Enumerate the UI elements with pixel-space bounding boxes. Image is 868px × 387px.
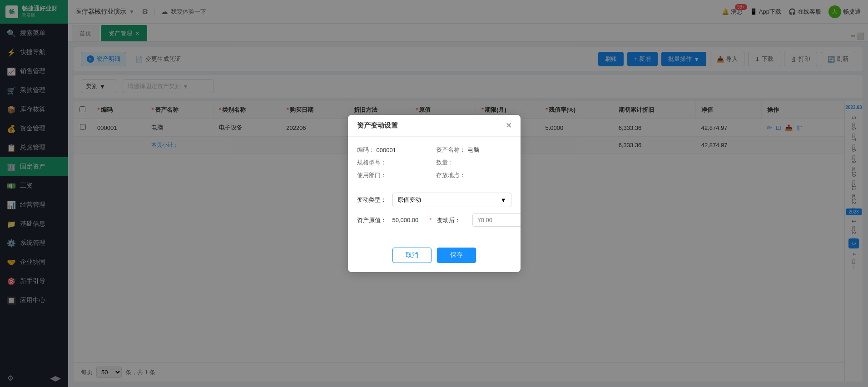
dialog-spec-row: 规格型号： [357, 159, 432, 167]
code-label: 编码： [357, 146, 375, 154]
dialog-department-row: 使用部门： [357, 171, 432, 179]
change-type-label: 变动类型： [357, 196, 389, 204]
after-value-label: 变动后： [437, 216, 469, 224]
change-type-select[interactable]: 原值变动 ▼ [392, 193, 511, 207]
storage-label: 存放地点： [436, 171, 466, 179]
after-value-input[interactable] [472, 213, 520, 227]
chevron-down-icon: ▼ [501, 197, 506, 203]
code-value: 000001 [377, 147, 396, 154]
dialog-divider [357, 187, 511, 187]
asset-name-label: 资产名称： [436, 146, 466, 154]
save-button[interactable]: 保存 [437, 248, 476, 263]
cancel-button[interactable]: 取消 [392, 248, 432, 263]
dialog-title: 资产变动设置 [357, 121, 398, 130]
spec-label: 规格型号： [357, 159, 387, 167]
original-value-value: 50,000.00 [392, 217, 419, 223]
dialog-quantity-row: 数量： [436, 159, 511, 167]
dialog-info-grid: 编码： 000001 资产名称： 电脑 规格型号： 数量： 使用部门： [357, 146, 511, 179]
original-value-label: 资产原值： [357, 216, 389, 224]
change-type-row: 变动类型： 原值变动 ▼ [357, 193, 511, 207]
dialog-storage-row: 存放地点： [436, 171, 511, 179]
dialog-asset-name-row: 资产名称： 电脑 [436, 146, 511, 154]
dialog-code-row: 编码： 000001 [357, 146, 432, 154]
dialog-close-icon[interactable]: ✕ [506, 121, 511, 130]
required-star: * [429, 217, 432, 223]
dialog-footer: 取消 保存 [348, 242, 521, 272]
original-value-row: 资产原值： 50,000.00 * 变动后： [357, 213, 511, 227]
asset-name-value: 电脑 [467, 146, 479, 154]
dialog-body: 编码： 000001 资产名称： 电脑 规格型号： 数量： 使用部门： [348, 137, 521, 242]
change-type-value: 原值变动 [397, 196, 421, 204]
department-label: 使用部门： [357, 171, 387, 179]
dialog-header: 资产变动设置 ✕ [348, 115, 521, 137]
asset-change-dialog: 资产变动设置 ✕ 编码： 000001 资产名称： 电脑 规格型号： 数量： [348, 115, 521, 272]
dialog-overlay: 资产变动设置 ✕ 编码： 000001 资产名称： 电脑 规格型号： 数量： [0, 0, 868, 387]
quantity-label: 数量： [436, 159, 454, 167]
